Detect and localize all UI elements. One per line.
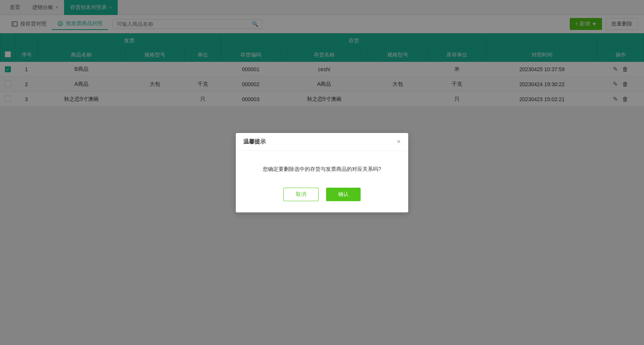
- modal-overlay: 温馨提示 × 您确定要删除选中的存货与发票商品的对应关系吗? 取消 确认: [0, 0, 644, 107]
